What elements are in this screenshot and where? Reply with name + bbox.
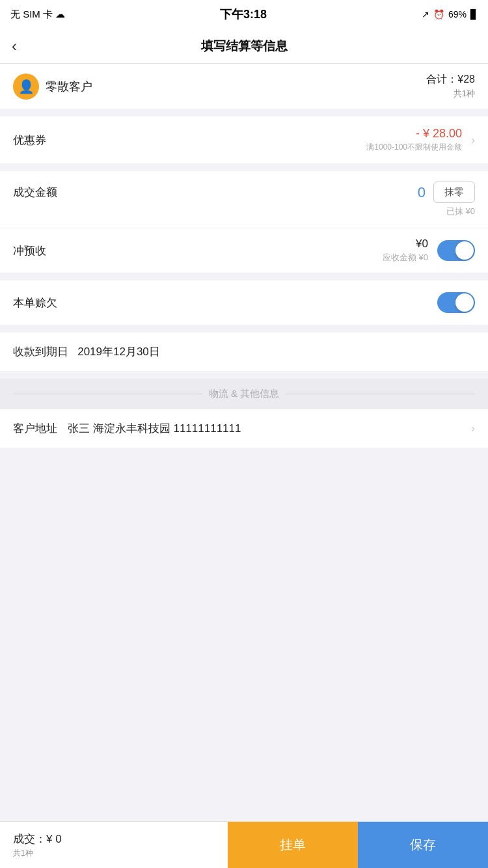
deal-amount-row: 成交金额 0 抹零 已抹 ¥0 — [0, 171, 488, 228]
debt-toggle-thumb — [455, 293, 474, 312]
status-time: 下午3:18 — [220, 7, 267, 22]
deal-amount-value: 0 — [418, 184, 426, 201]
alarm-icon: ⏰ — [433, 9, 444, 20]
status-left: 无 SIM 卡 ☁ — [10, 8, 65, 21]
due-date-section: 收款到期日 2019年12月30日 — [0, 332, 488, 371]
nav-bar: ‹ 填写结算等信息 — [0, 29, 488, 64]
deal-sub-text: 已抹 ¥0 — [13, 206, 475, 217]
chevron-right-icon: › — [471, 133, 475, 147]
avatar-icon: 👤 — [18, 79, 34, 94]
total-count: 共1种 — [426, 88, 475, 100]
bottom-space — [0, 448, 488, 578]
due-date-value: 2019年12月30日 — [77, 346, 160, 358]
divider-line-right — [286, 394, 475, 394]
round-zero-button[interactable]: 抹零 — [433, 182, 475, 203]
logistics-label: 物流 & 其他信息 — [209, 388, 279, 400]
address-label: 客户地址 — [13, 421, 57, 436]
divider-line-left — [13, 394, 202, 394]
customer-section: 👤 零散客户 合计：¥28 共1种 — [0, 64, 488, 109]
deal-value-area: 0 抹零 — [418, 182, 475, 203]
deal-amount-label: 成交金额 — [13, 185, 57, 200]
prepay-right: ¥0 应收金额 ¥0 — [383, 237, 475, 264]
battery-text: 69% — [448, 9, 467, 20]
address-chevron-icon: › — [471, 422, 475, 435]
no-sim-text: 无 SIM 卡 ☁ — [10, 8, 65, 21]
footer-deal-label: 成交： — [13, 833, 46, 845]
address-value: 张三 海淀永丰科技园 11111111111 — [68, 421, 468, 436]
save-button[interactable]: 保存 — [358, 822, 488, 868]
prepay-label: 冲预收 — [13, 243, 46, 258]
debt-toggle[interactable] — [437, 292, 475, 313]
coupon-label: 优惠券 — [13, 133, 46, 148]
deal-amount-section: 成交金额 0 抹零 已抹 ¥0 冲预收 ¥0 应收金额 ¥0 — [0, 171, 488, 273]
coupon-section: 优惠券 - ¥ 28.00 满1000-100不限制使用金额 › — [0, 116, 488, 163]
debt-section: 本单赊欠 — [0, 280, 488, 325]
back-button[interactable]: ‹ — [12, 37, 17, 55]
prepay-main-amount: ¥0 — [383, 237, 428, 251]
logistics-divider: 物流 & 其他信息 — [0, 379, 488, 409]
customer-name: 零散客户 — [46, 79, 92, 94]
toggle-thumb — [455, 241, 474, 260]
address-section[interactable]: 客户地址 张三 海淀永丰科技园 11111111111 › — [0, 409, 488, 448]
coupon-right: - ¥ 28.00 满1000-100不限制使用金额 › — [366, 127, 475, 153]
location-icon: ↗ — [422, 9, 429, 20]
address-chevron: › — [468, 422, 475, 435]
total-amount: 合计：¥28 — [426, 73, 475, 87]
status-bar: 无 SIM 卡 ☁ 下午3:18 ↗ ⏰ 69% ▊ — [0, 0, 488, 29]
battery-icon: ▊ — [470, 9, 478, 20]
debt-label: 本单赊欠 — [13, 295, 57, 310]
avatar: 👤 — [13, 74, 39, 100]
prepay-sub-amount: 应收金额 ¥0 — [383, 252, 428, 264]
due-date-prefix: 收款到期日 — [13, 346, 68, 358]
footer: 成交：¥ 0 共1种 挂单 保存 — [0, 821, 488, 868]
prepay-row: 冲预收 ¥0 应收金额 ¥0 — [0, 228, 488, 273]
coupon-desc: 满1000-100不限制使用金额 — [366, 142, 462, 153]
customer-total: 合计：¥28 共1种 — [426, 73, 475, 100]
footer-info: 成交：¥ 0 共1种 — [0, 822, 228, 868]
status-right: ↗ ⏰ 69% ▊ — [422, 9, 478, 20]
coupon-discount: - ¥ 28.00 — [366, 127, 462, 141]
due-date-label: 收款到期日 2019年12月30日 — [13, 346, 160, 358]
prepay-amounts: ¥0 应收金额 ¥0 — [383, 237, 428, 264]
footer-deal-text: 成交：¥ 0 — [13, 832, 215, 847]
customer-info: 👤 零散客户 — [13, 74, 92, 100]
footer-count: 共1种 — [13, 848, 215, 859]
hold-button[interactable]: 挂单 — [228, 822, 358, 868]
footer-deal-amount: ¥ 0 — [46, 833, 62, 845]
page-title: 填写结算等信息 — [201, 38, 288, 55]
coupon-row[interactable]: 优惠券 - ¥ 28.00 满1000-100不限制使用金额 › — [0, 116, 488, 163]
prepay-toggle[interactable] — [437, 240, 475, 261]
